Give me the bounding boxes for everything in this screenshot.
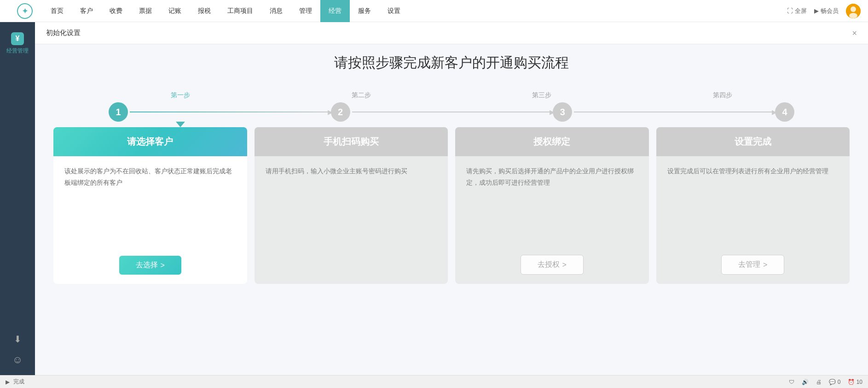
fullscreen-label: 全屏 [795,7,807,15]
nav-item-client[interactable]: 客户 [72,0,101,22]
close-button[interactable]: × [852,29,857,37]
step3-label: 第三步 [532,91,551,99]
message-count: 💬 0 [829,379,840,385]
sidebar-support-button[interactable]: ☺ [0,349,35,370]
nav-item-business[interactable]: 工商项目 [219,0,261,22]
arrow-icon-4: > [763,261,767,269]
goto-auth-button[interactable]: 去授权 > [521,255,584,275]
arrow-icon-3: > [562,261,567,269]
nav-item-account[interactable]: 记账 [160,0,190,22]
member-label: 畅会员 [821,7,839,15]
step4-label: 第四步 [713,91,732,99]
nav-right: ⛶ 全屏 ▶ 畅会员 [787,4,861,18]
page-header: 初始化设置 × [35,22,868,44]
card1-header: 请选择客户 [53,127,247,156]
nav-item-bill[interactable]: 票据 [131,0,160,22]
play-button[interactable]: ▶ [6,379,10,385]
step1-circle: 1 [109,102,128,122]
nav-item-tax[interactable]: 报税 [190,0,219,22]
card4-header: 设置完成 [656,127,850,156]
avatar[interactable] [846,4,861,18]
status-bar: ▶ 完成 🛡 🔊 🖨 💬 0 ⏰ 10 [0,375,868,388]
logo: ✦ [7,3,42,19]
time-display: ⏰ 10 [848,379,862,385]
card2-header: 手机扫码购买 [255,127,448,156]
content-area: 请按照步骤完成新客户的开通购买流程 第一步 第二步 第三步 第四步 [35,44,868,293]
sidebar-download-button[interactable]: ⬇ [0,329,35,349]
card-step2: 手机扫码购买 请用手机扫码，输入小微企业主账号密码进行购买 [255,127,448,284]
goto-manage-button[interactable]: 去管理 > [721,255,784,275]
card2-body: 请用手机扫码，输入小微企业主账号密码进行购买 [255,156,448,265]
step2-label: 第二步 [352,91,371,99]
member-button[interactable]: ▶ 畅会员 [814,7,839,15]
fullscreen-button[interactable]: ⛶ 全屏 [787,7,807,15]
nav-item-home[interactable]: 首页 [42,0,72,22]
card2-footer [255,265,448,284]
svg-point-1 [851,6,856,12]
card3-footer: 去授权 > [455,246,649,284]
sidebar: ¥ 经营管理 ⬇ ☺ [0,22,35,375]
card4-footer: 去管理 > [656,246,850,284]
step2-circle: 2 [331,102,350,122]
sidebar-item-operation[interactable]: ¥ 经营管理 [0,27,35,60]
step3-circle: 3 [553,102,572,122]
support-icon: ☺ [12,354,23,366]
nav-item-service[interactable]: 服务 [350,0,379,22]
card3-header: 授权绑定 [455,127,649,156]
card3-body: 请先购买，购买后选择开通的产品中的企业用户进行授权绑定，成功后即可进行经营管理 [455,156,649,246]
page-title: 初始化设置 [46,29,81,37]
card4-body: 设置完成后可以在管理列表进行所有企业用户的经营管理 [656,156,850,246]
steps-area: 第一步 第二步 第三步 第四步 1 [53,86,850,127]
volume-icon: 🔊 [802,379,809,385]
sidebar-item-label: 经营管理 [6,47,29,55]
top-nav: ✦ 首页 客户 收费 票据 记账 报税 工商项目 消息 管理 经营 服务 设置 … [0,0,868,22]
sidebar-bottom: ⬇ ☺ [0,329,35,375]
nav-item-message[interactable]: 消息 [261,0,291,22]
main-content: 初始化设置 × 请按照步骤完成新客户的开通购买流程 第一步 第二步 第三步 第四… [35,22,868,375]
fullscreen-icon: ⛶ [787,7,793,14]
main-heading: 请按照步骤完成新客户的开通购买流程 [53,53,850,72]
status-text: 完成 [13,378,24,386]
video-icon: ▶ [814,7,819,14]
nav-item-settings[interactable]: 设置 [379,0,409,22]
card1-footer: 去选择 > [53,247,247,284]
step1-label: 第一步 [171,91,190,99]
card-step4: 设置完成 设置完成后可以在管理列表进行所有企业用户的经营管理 去管理 > [656,127,850,284]
card-step1: 请选择客户 该处展示的客户为不在回收站、客户状态正常建账后完成老板端绑定的所有客… [53,127,247,284]
nav-item-manage[interactable]: 管理 [291,0,320,22]
goto-select-button[interactable]: 去选择 > [119,256,181,275]
nav-item-fee[interactable]: 收费 [101,0,131,22]
cards-row: 请选择客户 该处展示的客户为不在回收站、客户状态正常建账后完成老板端绑定的所有客… [53,127,850,284]
shield-icon: 🛡 [789,379,794,385]
card1-body: 该处展示的客户为不在回收站、客户状态正常建账后完成老板端绑定的所有客户 [53,156,247,247]
arrow-icon: > [161,261,165,270]
download-icon: ⬇ [14,334,22,345]
print-icon: 🖨 [816,379,822,385]
status-right: 🛡 🔊 🖨 💬 0 ⏰ 10 [789,379,862,385]
svg-point-2 [849,13,857,18]
nav-items: 首页 客户 收费 票据 记账 报税 工商项目 消息 管理 经营 服务 设置 [42,0,787,22]
nav-item-operation[interactable]: 经营 [320,0,350,22]
card-step3: 授权绑定 请先购买，购买后选择开通的产品中的企业用户进行授权绑定，成功后即可进行… [455,127,649,284]
sidebar-icon-yen: ¥ [11,32,24,45]
logo-icon: ✦ [17,3,33,19]
step4-circle: 4 [775,102,794,122]
step1-triangle [176,122,185,127]
avatar-image [846,4,861,18]
